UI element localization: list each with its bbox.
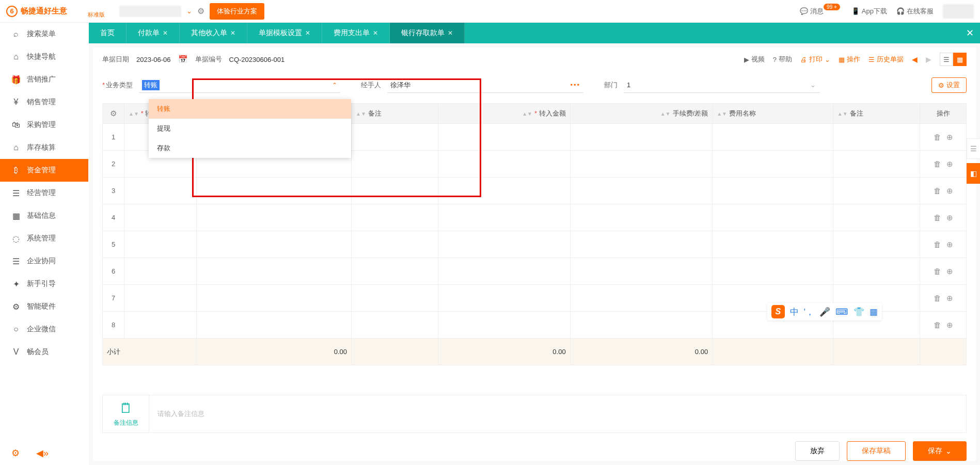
sidebar-funds[interactable]: ₿资金管理 (0, 159, 88, 182)
add-icon[interactable]: ⊕ (946, 213, 953, 222)
history-button[interactable]: ☰历史单据 (868, 55, 904, 64)
ime-punct-icon[interactable]: '， (804, 306, 814, 318)
sidebar-wechat[interactable]: ○企业微信 (0, 318, 88, 341)
sidebar-hardware[interactable]: ⚙智能硬件 (0, 295, 88, 318)
rail-button-2[interactable]: ◧ (967, 163, 980, 184)
sidebar-quicknav-icon: ⌂ (11, 52, 21, 61)
table-row[interactable]: 4🗑⊕ (103, 204, 967, 231)
prev-arrow-icon[interactable]: ◀ (912, 55, 918, 63)
ime-toolbar[interactable]: S 中 '， 🎤 ⌨ 👕 ▦ (767, 303, 882, 320)
ime-lang[interactable]: 中 (790, 306, 799, 318)
biztype-select[interactable]: 转账 ⌃ (139, 77, 340, 93)
sidebar-marketing-icon: 🎁 (11, 75, 21, 84)
sidebar-item-label: 销售管理 (27, 98, 56, 107)
sidebar-purchase-icon: 🛍 (11, 120, 21, 130)
add-icon[interactable]: ⊕ (946, 294, 953, 303)
sidebar-settings-icon[interactable]: ⚙ (11, 447, 20, 459)
table-row[interactable]: 5🗑⊕ (103, 231, 967, 258)
add-icon[interactable]: ⊕ (946, 240, 953, 249)
row-index: 5 (103, 231, 124, 258)
add-icon[interactable]: ⊕ (946, 320, 953, 330)
dept-input[interactable]: 1 ⌄ (624, 77, 820, 93)
org-chevron-icon[interactable]: ⌄ (186, 7, 192, 15)
service-button[interactable]: 🎧 在线客服 (896, 7, 934, 16)
close-icon[interactable]: ✕ (448, 29, 453, 37)
close-all-tabs-button[interactable]: ✕ (959, 23, 980, 43)
sidebar-item-label: 智能硬件 (27, 302, 56, 311)
date-value[interactable]: 2023-06-06 (136, 56, 171, 63)
view-grid-button[interactable]: ▦ (953, 53, 967, 66)
sidebar-purchase[interactable]: 🛍采购管理 (0, 114, 88, 136)
save-draft-button[interactable]: 保存草稿 (847, 441, 906, 461)
sidebar-collapse-icon[interactable]: ◀» (36, 447, 49, 459)
tab-首页[interactable]: 首页 (89, 23, 127, 43)
sidebar-sales[interactable]: ¥销售管理 (0, 91, 88, 114)
close-icon[interactable]: ✕ (305, 29, 310, 37)
chevron-down-icon: ⌄ (945, 447, 952, 455)
close-icon[interactable]: ✕ (230, 29, 235, 37)
sidebar-inventory[interactable]: ⌂库存核算 (0, 136, 88, 159)
add-icon[interactable]: ⊕ (946, 159, 953, 169)
close-icon[interactable]: ✕ (163, 29, 168, 37)
save-button[interactable]: 保存⌄ (913, 441, 967, 461)
settings-button[interactable]: ⚙设置 (931, 77, 967, 93)
tab-付款单[interactable]: 付款单✕ (127, 23, 180, 43)
delete-icon[interactable]: 🗑 (934, 267, 941, 276)
sidebar-system[interactable]: ◌系统管理 (0, 227, 88, 250)
discard-button[interactable]: 放弃 (795, 441, 840, 461)
table-row[interactable]: 6🗑⊕ (103, 258, 967, 285)
table-config-icon[interactable]: ⚙ (103, 104, 124, 124)
table-row[interactable]: 3🗑⊕ (103, 178, 967, 204)
add-icon[interactable]: ⊕ (946, 267, 953, 276)
calendar-icon[interactable]: 📅 (178, 55, 188, 64)
ime-keyboard-icon[interactable]: ⌨ (835, 307, 848, 317)
biztype-option[interactable]: 存款 (149, 138, 351, 158)
delete-icon[interactable]: 🗑 (934, 240, 941, 249)
sidebar-marketing[interactable]: 🎁营销推广 (0, 68, 88, 91)
biztype-option[interactable]: 转账 (149, 99, 351, 119)
delete-icon[interactable]: 🗑 (934, 159, 941, 169)
delete-icon[interactable]: 🗑 (934, 294, 941, 303)
delete-icon[interactable]: 🗑 (934, 213, 941, 222)
next-arrow-icon[interactable]: ▶ (926, 55, 931, 63)
gear-icon: ⚙ (938, 82, 944, 89)
delete-icon[interactable]: 🗑 (934, 186, 941, 196)
trial-button[interactable]: 体验行业方案 (210, 3, 264, 20)
avatar-blurred[interactable] (943, 4, 974, 19)
sidebar-operation[interactable]: ☰经营管理 (0, 182, 88, 204)
operate-button[interactable]: ▦操作 (839, 55, 860, 64)
sidebar-item-label: 新手引导 (27, 279, 56, 288)
tab-单据模板设置[interactable]: 单据模板设置✕ (247, 23, 322, 43)
sidebar-quicknav[interactable]: ⌂快捷导航 (0, 45, 88, 68)
biztype-option[interactable]: 提现 (149, 119, 351, 138)
help-button[interactable]: ?帮助 (773, 55, 792, 64)
sidebar-search[interactable]: ⌕搜索菜单 (0, 23, 88, 45)
sidebar-basic-icon: ▦ (11, 211, 21, 220)
tab-费用支出单[interactable]: 费用支出单✕ (322, 23, 390, 43)
delete-icon[interactable]: 🗑 (934, 133, 941, 142)
tab-银行存取款单[interactable]: 银行存取款单✕ (390, 23, 465, 43)
sidebar-basic[interactable]: ▦基础信息 (0, 204, 88, 227)
ime-mic-icon[interactable]: 🎤 (819, 307, 830, 317)
remark-input[interactable]: 请输入备注信息 (149, 409, 966, 419)
add-icon[interactable]: ⊕ (946, 133, 953, 142)
rail-button-1[interactable]: ☰ (967, 138, 980, 159)
sidebar-collab[interactable]: ☰企业协同 (0, 250, 88, 272)
view-list-button[interactable]: ☰ (940, 53, 953, 66)
handler-input[interactable]: 徐泽华 ••• (387, 77, 583, 93)
sidebar-guide[interactable]: ✦新手引导 (0, 272, 88, 295)
delete-icon[interactable]: 🗑 (934, 320, 941, 330)
video-button[interactable]: ▶视频 (744, 55, 765, 64)
app-download-button[interactable]: 📱 App下载 (851, 7, 887, 16)
sidebar-member[interactable]: V畅会员 (0, 341, 88, 363)
dept-chevron-icon[interactable]: ⌄ (810, 81, 817, 89)
ime-toolbox-icon[interactable]: ▦ (870, 307, 878, 317)
print-button[interactable]: 🖨打印 ⌄ (800, 55, 830, 64)
add-icon[interactable]: ⊕ (946, 186, 953, 196)
handler-more-icon[interactable]: ••• (570, 81, 580, 89)
close-icon[interactable]: ✕ (373, 29, 378, 37)
messages-button[interactable]: 💬 消息 99 + (800, 7, 842, 16)
ime-skin-icon[interactable]: 👕 (853, 307, 864, 317)
org-gear-icon[interactable]: ⚙ (197, 6, 204, 16)
tab-其他收入单[interactable]: 其他收入单✕ (180, 23, 247, 43)
